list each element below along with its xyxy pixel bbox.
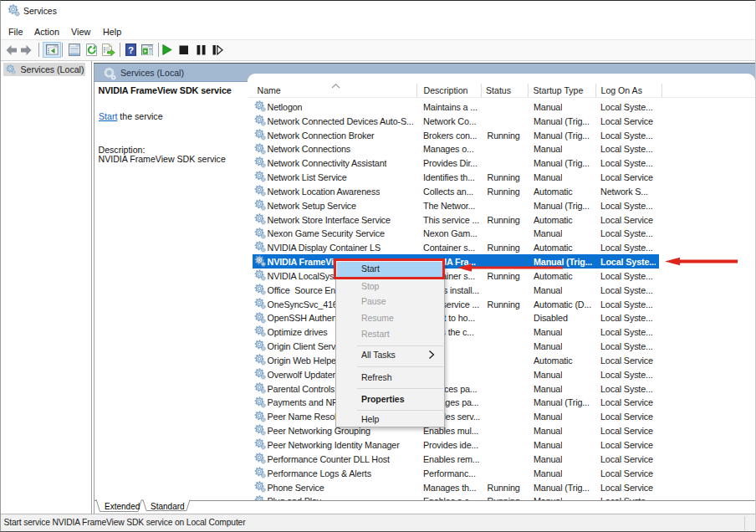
- svg-text:?: ?: [127, 45, 133, 55]
